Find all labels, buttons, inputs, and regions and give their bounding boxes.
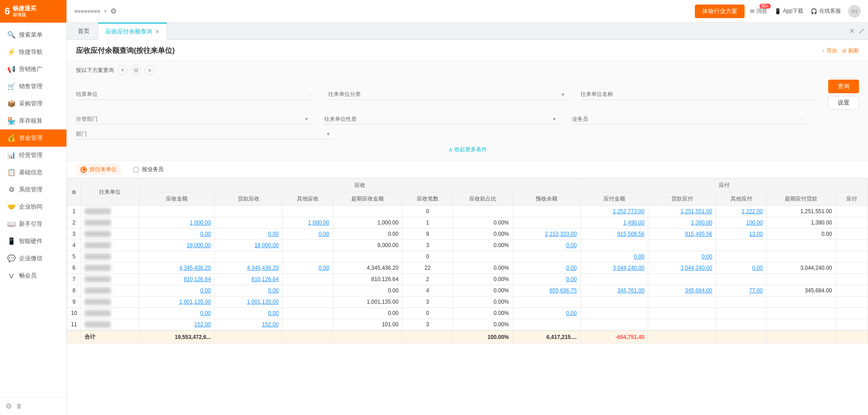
tab-ar-query[interactable]: 应收应付余额查询 ✕	[98, 23, 167, 40]
cell-ar-other[interactable]	[283, 296, 333, 308]
sidebar-item-采购管理[interactable]: 📦采购管理	[0, 95, 66, 112]
cell-ar-other[interactable]	[283, 240, 333, 251]
filter-collapse-btn[interactable]: «	[145, 65, 155, 75]
cell-ap-loan[interactable]: 0.00	[648, 251, 716, 262]
cell-ap-amount[interactable]	[580, 308, 648, 319]
sidebar-item-销售管理[interactable]: 🛒销售管理	[0, 78, 66, 95]
cell-ar-prepay[interactable]: 0.00	[513, 262, 580, 274]
cell-ap-other[interactable]	[716, 240, 767, 251]
cell-ap-other[interactable]	[716, 274, 767, 285]
cell-ap-other[interactable]	[716, 251, 767, 262]
cell-ar-loan[interactable]: 0.00	[215, 285, 283, 296]
filter-settings-btn[interactable]: ⊙	[131, 65, 141, 75]
cell-ar-prepay[interactable]	[513, 251, 580, 262]
cell-ar-prepay[interactable]: 0.00	[513, 240, 580, 251]
maximize-icon[interactable]: ⤢	[859, 27, 864, 35]
cell-ar-loan[interactable]	[215, 206, 283, 217]
cell-ap-loan[interactable]: 915,495.56	[648, 229, 716, 240]
cell-ap-loan[interactable]: 1,251,551.00	[648, 206, 716, 217]
cell-ar-prepay[interactable]: 655,636.75	[513, 285, 580, 296]
cell-ap-amount[interactable]: 345,761.00	[580, 285, 648, 296]
cell-ar-prepay[interactable]: 0.00	[513, 308, 580, 319]
cell-ap-other[interactable]: 77.00	[716, 285, 767, 296]
cell-ap-other[interactable]	[716, 296, 767, 308]
query-button[interactable]: 查询	[828, 80, 859, 93]
cell-ap-loan[interactable]	[648, 296, 716, 308]
industry-btn[interactable]: 体验行业方案	[695, 5, 745, 18]
field-division-dept-select[interactable]: ▾	[103, 114, 311, 124]
cell-ar-prepay[interactable]: 2,153,333.00	[513, 229, 580, 240]
cell-ap-loan[interactable]	[648, 319, 716, 331]
collapse-icon[interactable]: ⏸	[15, 402, 23, 410]
cell-ar-prepay[interactable]	[513, 319, 580, 331]
cell-ar-other[interactable]: 1,000.00	[283, 217, 333, 229]
cell-ar-prepay[interactable]	[513, 296, 580, 308]
cell-ar-amount[interactable]	[139, 206, 215, 217]
sidebar-item-企业微信[interactable]: 💬企业微信	[0, 250, 66, 267]
sidebar-item-新手引导[interactable]: 📖新手引导	[0, 215, 66, 233]
sidebar-item-系统管理[interactable]: ⚙系统管理	[0, 181, 66, 198]
cell-ar-loan[interactable]	[215, 217, 283, 229]
sidebar-item-搜索菜单[interactable]: 🔍搜索菜单	[0, 26, 66, 43]
field-settlement-unit-dots[interactable]: ···	[103, 90, 315, 100]
cell-ar-prepay[interactable]	[513, 206, 580, 217]
cell-ap-loan[interactable]: 345,684.00	[648, 285, 716, 296]
cell-ar-other[interactable]	[283, 251, 333, 262]
sidebar-item-库存核算[interactable]: 🏪库存核算	[0, 112, 66, 129]
cell-ar-amount[interactable]: 810,126.64	[139, 274, 215, 285]
tab-home[interactable]: 首页	[71, 23, 97, 40]
cell-ap-amount[interactable]	[580, 319, 648, 331]
sub-nav-by-unit[interactable]: 按往来单位	[76, 164, 121, 175]
user-avatar[interactable]: Rit	[848, 5, 861, 18]
cell-ar-other[interactable]	[283, 274, 333, 285]
field-partner-name-input[interactable]	[613, 90, 819, 100]
online-service-item[interactable]: 🎧 在线客服	[811, 7, 841, 15]
cell-ap-other[interactable]	[716, 308, 767, 319]
cell-ar-amount[interactable]: 0.00	[139, 229, 215, 240]
filter-add-btn[interactable]: +	[118, 65, 127, 75]
cell-ap-other[interactable]: 100.00	[716, 217, 767, 229]
cell-ap-amount[interactable]: 1,490.00	[580, 217, 648, 229]
cell-ar-prepay[interactable]: 0.00	[513, 274, 580, 285]
cell-ar-amount[interactable]	[139, 251, 215, 262]
cell-ar-other[interactable]: 0.00	[283, 262, 333, 274]
cell-ap-amount[interactable]	[580, 296, 648, 308]
field-salesperson-dots[interactable]: ···	[604, 114, 807, 124]
sidebar-item-快捷导航[interactable]: ⚡快捷导航	[0, 43, 66, 61]
cell-ar-other[interactable]	[283, 319, 333, 331]
sidebar-item-畅会员[interactable]: V畅会员	[0, 267, 66, 284]
cell-ar-loan[interactable]: 1,001,135.00	[215, 296, 283, 308]
sidebar-item-经营管理[interactable]: 📊经营管理	[0, 147, 66, 164]
setting-button[interactable]: 设置	[828, 96, 859, 110]
message-item[interactable]: ✉ 消息 99+	[750, 7, 767, 15]
cell-ar-amount[interactable]: 4,345,436.20	[139, 262, 215, 274]
sidebar-item-企业协同[interactable]: 🤝企业协同	[0, 198, 66, 215]
cell-ar-amount[interactable]: 152.00	[139, 319, 215, 331]
cell-ap-loan[interactable]	[648, 274, 716, 285]
cell-ar-other[interactable]	[283, 285, 333, 296]
cell-ap-other[interactable]: 1,222.00	[716, 206, 767, 217]
sidebar-item-资金管理[interactable]: 💰资金管理	[0, 129, 66, 147]
cell-ar-other[interactable]: 0.00	[283, 229, 333, 240]
cell-ar-loan[interactable]: 4,345,436.20	[215, 262, 283, 274]
cell-ar-amount[interactable]: 1,000.00	[139, 217, 215, 229]
sidebar-item-基础信息[interactable]: 📋基础信息	[0, 164, 66, 181]
cell-ar-other[interactable]	[283, 206, 333, 217]
cell-ap-loan[interactable]	[648, 240, 716, 251]
cell-ar-loan[interactable]: 0.00	[215, 308, 283, 319]
col-settings-icon[interactable]: ⚙	[71, 189, 76, 196]
cell-ap-other[interactable]	[716, 319, 767, 331]
cell-ar-loan[interactable]	[215, 251, 283, 262]
cell-ar-amount[interactable]: 0.00	[139, 285, 215, 296]
cell-ap-loan[interactable]	[648, 308, 716, 319]
sidebar-item-智能硬件[interactable]: 📱智能硬件	[0, 233, 66, 250]
cell-ap-amount[interactable]: 0.00	[580, 251, 648, 262]
app-download-item[interactable]: 📱 App下载	[774, 7, 803, 15]
cell-ar-loan[interactable]: 18,000.00	[215, 240, 283, 251]
sub-nav-by-salesperson[interactable]: 按业务员	[128, 164, 168, 175]
cell-ap-amount[interactable]: 915,508.56	[580, 229, 648, 240]
close-window-icon[interactable]: ✕	[849, 27, 855, 35]
cell-ar-loan[interactable]: 810,126.64	[215, 274, 283, 285]
cell-ar-loan[interactable]: 152.00	[215, 319, 283, 331]
gear-btn[interactable]: ⚙	[110, 7, 117, 15]
